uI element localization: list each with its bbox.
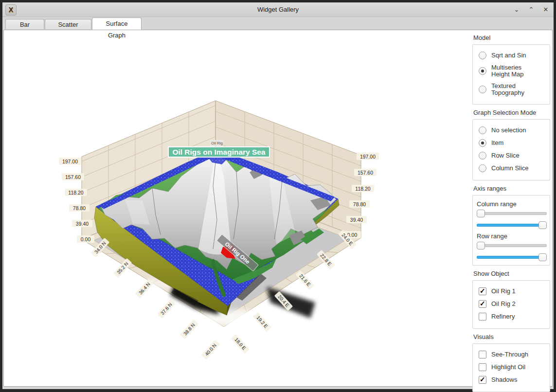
radio-label: Textured Topography [491,83,538,96]
radio-item[interactable]: Item [479,139,548,147]
radio-icon[interactable] [479,126,486,134]
surface-graph-pane: Oil Rig Two Oil Rig One Oil Rigs on Imag… [3,30,553,387]
row-range-min-slider[interactable] [477,241,547,249]
radio-label: Row Slice [491,152,520,159]
selection-mode-groupbox: No selection Item Row Slice Column Slice [472,119,550,180]
checkbox-icon[interactable] [479,363,486,371]
checkbox-highlight-oil[interactable]: Highlight Oil [479,363,548,371]
checkbox-label: Oil Rig 2 [491,301,516,307]
radio-icon-selected[interactable] [479,139,486,147]
selection-mode-section-label: Graph Selection Mode [473,109,550,116]
maximize-button[interactable]: ⌃ [527,6,535,14]
radio-icon[interactable] [479,164,486,172]
screen: { "window": { "title": "Widget Gallery",… [0,0,556,392]
svg-text:39.40: 39.40 [76,221,89,227]
checkbox-see-through[interactable]: See-Through [479,351,548,358]
show-object-section-label: Show Object [473,270,550,277]
surface-plot-3d[interactable]: Oil Rig Two Oil Rig One Oil Rigs on Imag… [4,30,469,386]
slider-handle[interactable] [477,242,485,249]
checkbox-refinery[interactable]: Refinery [479,313,548,321]
controls-sidebar: Model Sqrt and Sin Multiseries Height Ma… [472,33,550,392]
tab-scatter-graph[interactable]: Scatter Graph [45,19,91,29]
checkbox-icon[interactable] [479,313,486,321]
radio-row-slice[interactable]: Row Slice [479,152,548,160]
slider-handle[interactable] [477,210,485,217]
radio-multiseries-height-map[interactable]: Multiseries Height Map [479,64,548,78]
checkbox-icon-checked[interactable] [479,300,486,308]
checkbox-label: Highlight Oil [491,364,525,371]
tab-surface-graph[interactable]: Surface Graph [92,18,142,30]
column-range-min-slider[interactable] [477,209,547,217]
window-controls: ⌄ ⌃ ✕ [513,2,550,17]
radio-icon[interactable] [479,86,486,93]
radio-icon[interactable] [479,52,486,59]
radio-sqrt-and-sin[interactable]: Sqrt and Sin [479,52,548,59]
checkbox-label: Oil Rig 1 [491,288,516,295]
svg-text:197.00: 197.00 [62,159,78,164]
svg-text:118.20: 118.20 [68,190,83,196]
checkbox-shadows[interactable]: Shadows [479,376,548,384]
tab-bar: Bar Graph Scatter Graph Surface Graph [3,18,553,30]
column-range-label: Column range [477,200,548,208]
svg-text:118.20: 118.20 [355,186,370,192]
svg-text:157.60: 157.60 [358,170,373,176]
visuals-groupbox: See-Through Highlight Oil Shadows [472,343,550,392]
checkbox-icon-checked[interactable] [479,287,486,295]
close-button[interactable]: ✕ [542,6,550,14]
minimize-button[interactable]: ⌄ [513,6,520,14]
axis-ranges-groupbox: Column range Row range [472,195,550,266]
row-range-label: Row range [477,232,548,240]
checkbox-label: Shadows [491,376,517,383]
show-object-groupbox: Oil Rig 1 Oil Rig 2 Refinery [472,280,550,329]
model-groupbox: Sqrt and Sin Multiseries Height Map Text… [472,44,550,105]
radio-icon-selected[interactable] [479,67,486,75]
svg-text:157.60: 157.60 [65,174,81,180]
svg-text:39.40: 39.40 [350,217,363,223]
tab-bar-graph[interactable]: Bar Graph [5,19,44,29]
checkbox-oil-rig-2[interactable]: Oil Rig 2 [479,300,548,308]
slider-track[interactable] [477,244,547,247]
checkbox-icon-checked[interactable] [479,376,486,384]
radio-label: Sqrt and Sin [491,52,526,59]
window-title: Widget Gallery [2,2,554,17]
svg-text:Oil Rigs on Imaginary Sea: Oil Rigs on Imaginary Sea [172,148,266,156]
slider-track[interactable] [477,224,547,227]
radio-column-slice[interactable]: Column Slice [479,164,548,172]
radio-label: Multiseries Height Map [491,64,538,78]
radio-label: Item [491,140,503,146]
titlebar[interactable]: X Widget Gallery ⌄ ⌃ ✕ [2,2,554,17]
checkbox-oil-rig-1[interactable]: Oil Rig 1 [479,287,548,295]
checkbox-icon[interactable] [479,351,486,358]
radio-no-selection[interactable]: No selection [479,126,548,134]
column-range-max-slider[interactable] [477,221,547,229]
checkbox-label: See-Through [491,351,528,358]
radio-label: No selection [491,127,526,134]
visuals-section-label: Visuals [473,333,550,340]
radio-label: Column Slice [491,165,529,172]
model-section-label: Model [473,34,550,41]
svg-text:78.80: 78.80 [353,201,366,207]
checkbox-label: Refinery [491,313,515,320]
app-window: X Widget Gallery ⌄ ⌃ ✕ Bar Graph Scatter… [2,2,554,389]
slider-handle[interactable] [538,253,547,261]
radio-icon[interactable] [479,152,486,160]
chart-title: Oil Rigs on Imaginary Sea [168,147,269,157]
row-range-max-slider[interactable] [477,253,547,261]
svg-text:197.00: 197.00 [360,154,376,160]
slider-track[interactable] [477,212,547,215]
slider-handle[interactable] [538,221,547,229]
svg-text:78.80: 78.80 [73,205,86,211]
slider-track[interactable] [477,256,547,259]
radio-textured-topography[interactable]: Textured Topography [479,83,548,96]
axis-ranges-section-label: Axis ranges [473,185,550,192]
svg-text:0.00: 0.00 [81,236,91,242]
